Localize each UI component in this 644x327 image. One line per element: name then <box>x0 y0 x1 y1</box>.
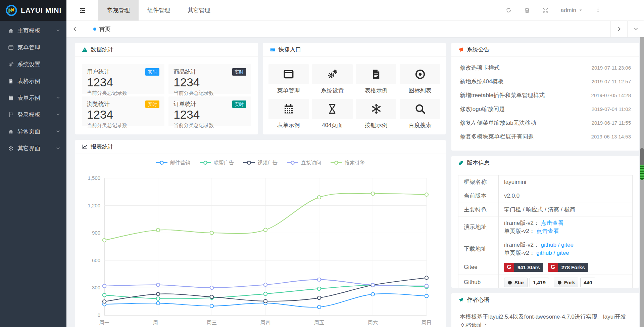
quick-entry-按钮示例[interactable]: 按钮示例 <box>356 99 397 133</box>
sidebar-item-5[interactable]: 登录模板 <box>0 106 66 123</box>
stat-card[interactable]: 浏览统计实时 1234 当前分类总记录数 <box>82 96 164 126</box>
module-tab-1[interactable]: 组件管理 <box>139 0 179 21</box>
scrollbar-thumb[interactable] <box>640 148 644 180</box>
quick-tile <box>268 99 309 119</box>
kebab-menu-icon <box>595 7 601 13</box>
legend-label: 直接访问 <box>301 160 321 166</box>
sidebar-item-4[interactable]: 表单示例 <box>0 89 66 106</box>
github-fork-button[interactable]: Fork <box>554 278 579 287</box>
link-github[interactable]: github <box>541 242 556 248</box>
version-row-label: Gitee <box>458 260 499 275</box>
panel-header: 系统公告 <box>451 43 639 57</box>
legend-item-视频广告[interactable]: 视频广告 <box>243 159 278 166</box>
svg-text:周一: 周一 <box>99 320 109 325</box>
file-icon <box>370 69 382 80</box>
scrollbar[interactable] <box>640 37 644 327</box>
announcement-text: 新增treetable插件和菜单管理样式 <box>460 91 545 99</box>
quick-entry-系统设置[interactable]: 系统设置 <box>312 64 353 99</box>
sidebar-item-6[interactable]: 异常页面 <box>0 123 66 140</box>
github-star-count[interactable]: 1,419 <box>530 278 549 287</box>
announcement-time: 2019-07-11 23:06 <box>592 65 631 71</box>
version-row: 框架名称layuimini <box>458 175 633 189</box>
link-github[interactable]: github <box>536 250 552 256</box>
panel-header: 作者心语 <box>451 293 639 307</box>
logo-text: LAYUI MINI <box>21 6 61 14</box>
tabs-scroll-right-button[interactable] <box>610 21 627 37</box>
link-点击查看[interactable]: 点击查看 <box>541 220 564 226</box>
stat-card[interactable]: 订单统计实时 1234 当前分类总记录数 <box>168 96 251 126</box>
legend-item-联盟广告[interactable]: 联盟广告 <box>200 159 234 166</box>
legend-label: 视频广告 <box>257 160 278 166</box>
logo[interactable]: LAYUI MINI <box>0 0 66 21</box>
sidebar-item-0[interactable]: 主页模板 <box>0 22 66 39</box>
link-gitee[interactable]: gitee <box>557 250 569 256</box>
tabs-menu-button[interactable] <box>627 21 644 37</box>
legend-label: 邮件营销 <box>170 160 190 166</box>
quick-entry-菜单管理[interactable]: 菜单管理 <box>268 64 309 99</box>
legend-item-邮件营销[interactable]: 邮件营销 <box>156 159 190 166</box>
fullscreen-button[interactable] <box>542 7 549 13</box>
quick-entry-表格示例[interactable]: 表格示例 <box>356 64 397 99</box>
panel-title: 数据统计 <box>91 46 113 53</box>
gitee-badge[interactable]: G941 Stars <box>504 263 543 272</box>
version-row: 演示地址iframe版-v2： 点击查看单页版-v2： 点击查看 <box>458 216 633 238</box>
realtime-badge: 实时 <box>232 68 246 76</box>
announcement-row[interactable]: 修复多模块菜单栏展开有问题 2019-06-13 14:53 <box>460 130 631 144</box>
tabs-scroll-left-button[interactable] <box>66 21 83 37</box>
github-fork-count[interactable]: 440 <box>580 278 595 287</box>
top-panels-row: 数据统计 用户统计实时 1234 当前分类总记录数 商品统计实时 1234 当前… <box>75 43 446 134</box>
window-icon <box>283 69 294 80</box>
announcement-row[interactable]: 修改选项卡样式 2019-07-11 23:06 <box>460 61 631 75</box>
gitee-badge-text: 941 Stars <box>514 263 543 272</box>
announcement-text: 新增系统404模板 <box>460 78 503 85</box>
chevron-right-icon <box>616 26 622 32</box>
announcement-time: 2019-07-04 11:02 <box>592 106 631 112</box>
announcement-list: 修改选项卡样式 2019-07-11 23:06 新增系统404模板 2019-… <box>451 57 639 144</box>
quick-entry-图标列表[interactable]: 图标列表 <box>400 64 440 99</box>
tab-home[interactable]: 首页 <box>83 21 121 37</box>
sidebar-item-2[interactable]: 系统设置 <box>0 56 66 73</box>
refresh-button[interactable] <box>505 7 512 13</box>
github-icon <box>507 280 512 285</box>
gears-icon <box>8 62 14 67</box>
module-tab-0[interactable]: 常规管理 <box>98 0 139 21</box>
svg-text:周五: 周五 <box>314 320 324 325</box>
gitee-icon: G <box>504 263 514 272</box>
announcement-row[interactable]: 新增系统404模板 2019-07-11 12:57 <box>460 75 631 88</box>
announcement-row[interactable]: 新增treetable插件和菜单管理样式 2019-07-05 14:28 <box>460 88 631 102</box>
svg-text:周三: 周三 <box>207 320 217 325</box>
legend-item-搜索引擎[interactable]: 搜索引擎 <box>331 159 365 166</box>
stat-card[interactable]: 用户统计实时 1234 当前分类总记录数 <box>82 64 164 94</box>
sidebar-item-3[interactable]: 表格示例 <box>0 73 66 89</box>
trash-button[interactable] <box>524 7 530 13</box>
quick-entry-表单示例[interactable]: 表单示例 <box>268 99 309 133</box>
legend-item-直接访问[interactable]: 直接访问 <box>287 159 321 166</box>
quick-entry-404页面[interactable]: 404页面 <box>312 99 353 133</box>
sidebar-item-1[interactable]: 菜单管理 <box>0 39 66 56</box>
link-gitee[interactable]: gitee <box>561 242 574 248</box>
stat-desc: 当前分类总记录数 <box>174 122 246 129</box>
stat-card[interactable]: 商品统计实时 1234 当前分类总记录数 <box>168 64 251 94</box>
announcement-row[interactable]: 修复左侧菜单缩放tab无法移动 2019-06-17 11:55 <box>460 116 631 130</box>
announcement-row[interactable]: 修改logo缩放问题 2019-07-04 11:02 <box>460 102 631 116</box>
kebab-menu-button[interactable] <box>595 7 601 14</box>
quick-entry-百度搜索[interactable]: 百度搜索 <box>400 99 440 133</box>
sidebar-item-label: 表单示例 <box>17 94 56 102</box>
user-menu[interactable]: admin <box>561 7 583 14</box>
panel-title: 版本信息 <box>467 159 490 167</box>
gitee-badge[interactable]: G278 Forks <box>548 263 588 272</box>
link-点击查看[interactable]: 点击查看 <box>536 228 559 234</box>
module-tab-2[interactable]: 其它管理 <box>179 0 219 21</box>
sidebar-item-7[interactable]: 其它界面 <box>0 140 66 157</box>
sidebar-collapse-button[interactable] <box>66 0 98 21</box>
scrollbar-stripes <box>640 165 644 180</box>
topbar-actions <box>505 7 549 13</box>
file-icon <box>8 78 14 84</box>
svg-text:600: 600 <box>92 257 100 263</box>
panel-data-stats: 数据统计 用户统计实时 1234 当前分类总记录数 商品统计实时 1234 当前… <box>75 43 258 134</box>
stat-label: 用户统计 <box>87 68 110 76</box>
github-star-button[interactable]: Star <box>504 278 528 287</box>
version-row-value: 零门槛 / 响应式 / 清爽 / 极简 <box>499 203 633 216</box>
version-row: GithubStar1,419Fork440 <box>458 275 633 288</box>
caret-down-icon <box>579 8 583 12</box>
